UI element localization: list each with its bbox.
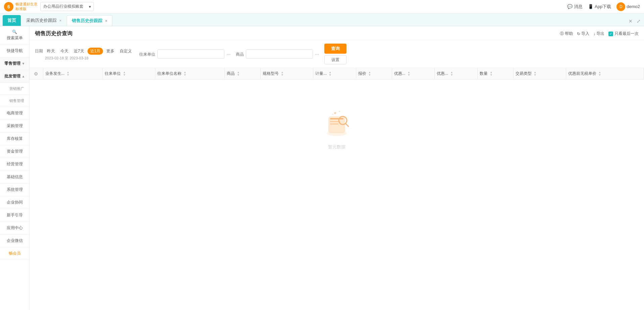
sidebar-item-inventory[interactable]: 库存核算 xyxy=(0,133,29,145)
wholesale-arrow-icon: ▲ xyxy=(22,74,25,78)
partner-input[interactable] xyxy=(157,49,224,59)
product-filter-group: 商品 ··· xyxy=(236,49,319,59)
sidebar-item-wholesale[interactable]: 批发管理 ▲ xyxy=(0,70,29,83)
sidebar-item-wechat[interactable]: 企业微信 xyxy=(0,235,29,247)
col-product[interactable]: 商品 ▲▼ xyxy=(225,68,261,80)
table-header: ⚙ 业务发生... ▲▼ 往来单位 ▲▼ 往来单位名称 ▲▼ xyxy=(30,68,644,80)
message-icon: 💬 xyxy=(567,4,573,9)
partner-more-icon[interactable]: ··· xyxy=(226,51,230,57)
phone-icon: 📱 xyxy=(588,4,593,9)
message-btn[interactable]: 💬 消息 xyxy=(567,4,583,10)
sort-product-icon: ▲▼ xyxy=(237,71,240,76)
empty-text: 暂元数据 xyxy=(328,144,345,150)
col-price[interactable]: 报价 ▲▼ xyxy=(356,68,392,80)
query-button[interactable]: 查询 xyxy=(324,44,346,54)
logo-area: 6 畅捷通好生意 标准版 xyxy=(4,2,38,11)
retail-arrow-icon: ▼ xyxy=(22,62,25,65)
tab-home-label: 首页 xyxy=(7,17,16,23)
export-btn[interactable]: ↓ 导出 xyxy=(593,31,604,37)
tab-purchase-close[interactable]: × xyxy=(59,18,61,22)
sidebar-item-enterprise[interactable]: 企业协同 xyxy=(0,196,29,209)
sidebar-item-finance[interactable]: 资金管理 xyxy=(0,145,29,158)
date-btn-more[interactable]: 更多 xyxy=(104,48,116,55)
col-trade-type[interactable]: 交易类型 ▲▼ xyxy=(514,68,566,80)
page-title: 销售历史价查询 xyxy=(35,30,72,37)
sort-qty-icon: ▲▼ xyxy=(490,71,492,76)
header-right: 💬 消息 📱 App下载 D demo2 xyxy=(567,2,640,11)
app-download-btn[interactable]: 📱 App下载 xyxy=(588,4,611,10)
col-gear[interactable]: ⚙ xyxy=(30,68,43,80)
sidebar-item-app-center[interactable]: 应用中心 xyxy=(0,222,29,235)
import-icon: ↻ xyxy=(577,32,580,36)
sort-tax-free-price-icon: ▲▼ xyxy=(598,71,601,76)
gear-icon[interactable]: ⚙ xyxy=(34,71,38,76)
sidebar-item-purchase[interactable]: 采购管理 xyxy=(0,120,29,133)
tab-sales-close[interactable]: × xyxy=(105,19,107,23)
table-container: ⚙ 业务发生... ▲▼ 往来单位 ▲▼ 往来单位名称 ▲▼ xyxy=(30,68,644,177)
search-icon: 🔍 xyxy=(12,30,17,34)
col-unit[interactable]: 计量... ▲▼ xyxy=(313,68,356,80)
tabs-bar: 首页 采购历史价跟踪 × 销售历史价跟踪 × ✕ ⤢ xyxy=(0,13,644,26)
user-menu[interactable]: D demo2 xyxy=(616,2,640,11)
logo-text: 畅捷通好生意 标准版 xyxy=(15,2,38,11)
date-btn-1month[interactable]: 近1月 xyxy=(88,48,103,55)
svg-point-7 xyxy=(334,112,336,114)
sidebar-item-member[interactable]: 畅会员 xyxy=(0,247,29,260)
help-icon: ⓪ xyxy=(560,31,564,37)
tab-purchase-history[interactable]: 采购历史价跟踪 × xyxy=(21,15,66,26)
sidebar-item-search[interactable]: 🔍 搜索菜单 xyxy=(0,26,29,45)
sort-discount2-icon: ▲▼ xyxy=(450,71,453,76)
sort-discount1-icon: ▲▼ xyxy=(408,71,410,76)
tab-sales-label: 销售历史价跟踪 xyxy=(72,18,102,24)
only-last-checkbox[interactable]: ✓ xyxy=(608,32,613,36)
col-partner-name[interactable]: 往来单位名称 ▲▼ xyxy=(155,68,225,80)
import-btn[interactable]: ↻ 导入 xyxy=(577,31,589,37)
svg-rect-2 xyxy=(330,118,343,119)
empty-state: 暂元数据 xyxy=(30,80,644,177)
date-filter-group: 日期 昨天 今天 近7天 近1月 更多 自定义 2023-02-18 至 202… xyxy=(35,48,134,61)
col-tax-free-price[interactable]: 优惠前无税单价 ▲▼ xyxy=(566,68,644,80)
sidebar-item-marketing[interactable]: 营销推广 xyxy=(0,83,29,95)
date-btn-yesterday[interactable]: 昨天 xyxy=(45,48,57,55)
top-header: 6 畅捷通好生意 标准版 办公用品行业模拟账套 ▾ 💬 消息 📱 App下载 D… xyxy=(0,0,644,13)
help-btn[interactable]: ⓪ 帮助 xyxy=(560,31,573,37)
date-btn-today[interactable]: 今天 xyxy=(58,48,70,55)
sidebar-item-ecommerce[interactable]: 电商管理 xyxy=(0,107,29,120)
product-more-icon[interactable]: ··· xyxy=(315,51,319,57)
sidebar-item-quick-nav[interactable]: 快捷导航 xyxy=(0,45,29,57)
sidebar-item-new-guide[interactable]: 新手引导 xyxy=(0,209,29,222)
col-discount1[interactable]: 优惠... ▲▼ xyxy=(392,68,435,80)
maximize-window-icon[interactable]: ⤢ xyxy=(636,18,641,24)
product-input[interactable] xyxy=(246,49,313,59)
sidebar-item-system[interactable]: 系统管理 xyxy=(0,184,29,196)
sort-spec-icon: ▲▼ xyxy=(281,71,283,76)
close-window-icon[interactable]: ✕ xyxy=(628,18,633,24)
svg-point-8 xyxy=(339,111,340,112)
sort-biz-date-icon: ▲▼ xyxy=(67,71,69,76)
date-btn-7days[interactable]: 近7天 xyxy=(72,48,86,55)
col-qty[interactable]: 数量 ▲▼ xyxy=(478,68,514,80)
col-partner-code[interactable]: 往来单位 ▲▼ xyxy=(103,68,155,80)
sidebar: 🔍 搜索菜单 快捷导航 零售管理 ▼ 批发管理 ▲ 营销推广 销售管理 电商管理… xyxy=(0,26,30,310)
col-discount2[interactable]: 优惠... ▲▼ xyxy=(435,68,478,80)
sidebar-item-sales[interactable]: 销售管理 xyxy=(0,95,29,107)
col-spec[interactable]: 规格型号 ▲▼ xyxy=(261,68,313,80)
sidebar-item-basic-info[interactable]: 基础信息 xyxy=(0,171,29,184)
avatar: D xyxy=(616,2,625,11)
action-buttons: 查询 设置 xyxy=(324,44,346,64)
sort-trade-type-icon: ▲▼ xyxy=(534,71,536,76)
sidebar-item-operations[interactable]: 经营管理 xyxy=(0,158,29,171)
filter-bar: 日期 昨天 今天 近7天 近1月 更多 自定义 2023-02-18 至 202… xyxy=(30,40,644,68)
col-biz-date[interactable]: 业务发生... ▲▼ xyxy=(43,68,103,80)
partner-label: 往来单位 xyxy=(139,51,155,57)
company-selector[interactable]: 办公用品行业模拟账套 ▾ xyxy=(40,2,94,11)
product-label: 商品 xyxy=(236,51,244,57)
date-btn-custom[interactable]: 自定义 xyxy=(118,48,134,55)
sidebar-item-retail[interactable]: 零售管理 ▼ xyxy=(0,57,29,70)
only-last-checkbox-area[interactable]: ✓ 只看最后一次 xyxy=(608,31,639,37)
settings-button[interactable]: 设置 xyxy=(324,55,346,64)
svg-line-6 xyxy=(345,123,348,126)
tab-home[interactable]: 首页 xyxy=(3,15,21,26)
tab-purchase-label: 采购历史价跟踪 xyxy=(26,17,57,23)
tab-sales-history[interactable]: 销售历史价跟踪 × xyxy=(67,15,112,26)
